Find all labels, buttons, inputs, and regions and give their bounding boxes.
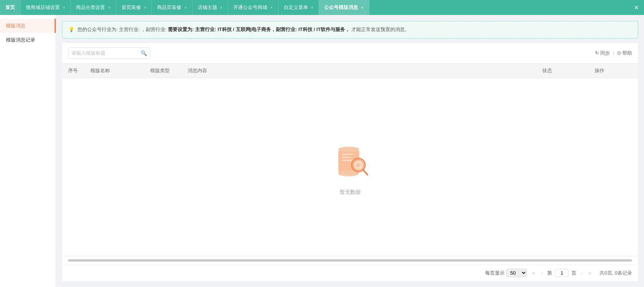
close-icon[interactable]: ×: [220, 5, 222, 10]
close-icon[interactable]: ×: [311, 5, 313, 10]
close-icon[interactable]: ×: [108, 5, 110, 10]
sync-label: 同步: [600, 50, 610, 57]
help-circle-icon: ⊙: [617, 50, 621, 56]
nav-tab-home[interactable]: 首页: [0, 0, 21, 15]
search-input[interactable]: [71, 50, 141, 56]
svg-point-8: [354, 161, 363, 170]
col-header-status: 状态: [542, 67, 595, 74]
nav-tab-store-theme-label: 店铺主题: [198, 4, 217, 11]
table-header: 序号 模版名称 模版类型 消息内容 状态 操作: [62, 63, 638, 78]
close-icon[interactable]: ×: [361, 5, 363, 10]
last-page-button[interactable]: ⊳: [587, 270, 594, 277]
nav-tab-home-label: 首页: [5, 4, 15, 11]
svg-rect-10: [356, 164, 361, 165]
per-page-label: 每页显示: [485, 270, 505, 277]
empty-illustration: [328, 138, 373, 183]
search-input-wrap[interactable]: 🔍: [68, 48, 150, 59]
nav-tab-open-mall[interactable]: 开通公众号商城 ×: [228, 0, 278, 15]
pagination-summary: 共0页, 0条记录: [600, 270, 632, 277]
svg-rect-4: [342, 154, 353, 155]
nav-tab-template-msg[interactable]: 公众号模版消息 ×: [319, 0, 369, 15]
svg-line-9: [363, 170, 367, 175]
top-nav: 首页 微商城店铺设置 × 商品分类设置 × 首页装修 × 商品页装修 × 店铺主…: [0, 0, 644, 15]
col-header-type: 模版类型: [150, 67, 188, 74]
lightbulb-icon: 💡: [68, 27, 74, 32]
notice-box: 💡 您的公众号行业为: 主营行业: ，副营行业: 需要设置为: 主营行业: IT…: [62, 21, 638, 39]
nav-tab-home-decoration-label: 首页装修: [121, 4, 141, 11]
toolbar-right: ↻ 同步 | ⊙ 帮助: [595, 50, 632, 57]
scrollbar-area[interactable]: [62, 256, 638, 265]
global-close-button[interactable]: ✕: [629, 0, 644, 15]
search-bar: 🔍 ↻ 同步 | ⊙ 帮助: [62, 43, 638, 63]
sidebar-item-template-message-log-label: 模版消息记录: [6, 37, 35, 43]
divider: |: [613, 50, 614, 56]
close-icon[interactable]: ×: [270, 5, 272, 10]
nav-tab-store-settings[interactable]: 微商城店铺设置 ×: [21, 0, 71, 15]
notice-suffix: 才能正常发送预置的消息。: [351, 27, 410, 32]
col-header-action: 操作: [595, 67, 632, 74]
col-header-index: 序号: [68, 67, 90, 74]
nav-tab-store-settings-label: 微商城店铺设置: [26, 4, 60, 11]
search-button[interactable]: 🔍: [141, 50, 147, 56]
svg-rect-5: [342, 157, 351, 158]
prev-page-button[interactable]: ‹: [540, 270, 544, 277]
col-header-content: 消息内容: [188, 67, 542, 74]
svg-rect-6: [342, 160, 352, 161]
per-page-dropdown[interactable]: 50 20 100: [506, 269, 527, 277]
nav-tab-template-msg-label: 公众号模版消息: [324, 4, 358, 11]
notice-highlight: 需要设置为: 主营行业: IT科技 / 互联网|电子商务，副营行业: IT科技 …: [168, 27, 350, 32]
close-icon[interactable]: ×: [144, 5, 146, 10]
help-button[interactable]: ⊙ 帮助: [617, 50, 632, 57]
sidebar-item-template-message-label: 模版消息: [6, 23, 25, 28]
empty-state: 暂无数据: [62, 78, 638, 256]
sidebar-item-template-message[interactable]: 模版消息: [0, 19, 56, 33]
sync-icon: ↻: [595, 50, 599, 56]
page-label: 第: [547, 270, 552, 277]
nav-tab-category-settings-label: 商品分类设置: [76, 4, 105, 11]
close-icon[interactable]: ×: [184, 5, 187, 10]
sync-button[interactable]: ↻ 同步: [595, 50, 610, 57]
page-input[interactable]: [555, 269, 568, 277]
first-page-button[interactable]: ⊲: [530, 270, 537, 277]
content-area: 💡 您的公众号行业为: 主营行业: ，副营行业: 需要设置为: 主营行业: IT…: [56, 15, 644, 287]
nav-tab-custom-menu[interactable]: 自定义菜单 ×: [278, 0, 319, 15]
nav-tab-product-decoration-label: 商品页装修: [157, 4, 181, 11]
next-page-button[interactable]: ›: [579, 270, 584, 277]
close-icon[interactable]: ×: [63, 5, 65, 10]
col-header-name: 模版名称: [90, 67, 150, 74]
per-page-select: 每页显示 50 20 100: [485, 269, 527, 277]
svg-rect-11: [356, 166, 360, 167]
nav-tab-open-mall-label: 开通公众号商城: [233, 4, 267, 11]
pagination: 每页显示 50 20 100 ⊲ ‹ 第 页 › ⊳ 共0页, 0条记录: [62, 265, 638, 281]
nav-tab-home-decoration[interactable]: 首页装修 ×: [116, 0, 152, 15]
sidebar: 模版消息 模版消息记录: [0, 15, 56, 287]
nav-tab-category-settings[interactable]: 商品分类设置 ×: [71, 0, 116, 15]
nav-tab-custom-menu-label: 自定义菜单: [284, 4, 308, 11]
global-close-icon: ✕: [634, 4, 639, 11]
nav-tab-store-theme[interactable]: 店铺主题 ×: [192, 0, 228, 15]
help-label: 帮助: [622, 50, 632, 57]
main-layout: 模版消息 模版消息记录 💡 您的公众号行业为: 主营行业: ，副营行业: 需要设…: [0, 15, 644, 287]
nav-tab-product-decoration[interactable]: 商品页装修 ×: [152, 0, 192, 15]
page-unit: 页: [571, 270, 576, 277]
empty-text: 暂无数据: [340, 189, 361, 196]
notice-prefix: 您的公众号行业为: 主营行业: ，副营行业:: [77, 27, 167, 32]
horizontal-scrollbar[interactable]: [68, 259, 632, 262]
sidebar-item-template-message-log[interactable]: 模版消息记录: [0, 33, 56, 47]
table-area: 🔍 ↻ 同步 | ⊙ 帮助 序号 模版名称 模版: [62, 43, 638, 281]
svg-point-2: [338, 147, 359, 152]
